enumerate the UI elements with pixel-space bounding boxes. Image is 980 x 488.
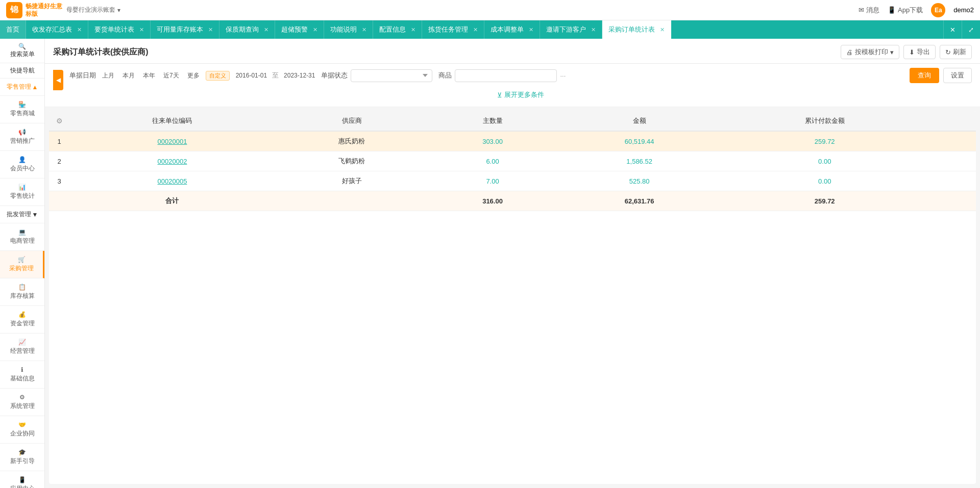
settings-button[interactable]: 设置 bbox=[943, 68, 972, 83]
cell-amount[interactable]: 60,519.44 bbox=[557, 131, 722, 151]
chevron-down-icon[interactable]: ▾ bbox=[117, 7, 120, 14]
table-body: 1 00020001 惠氏奶粉 303.00 60,519.44 259.72 … bbox=[49, 131, 976, 191]
cell-paid-amount[interactable]: 259.72 bbox=[722, 131, 927, 151]
goods-input[interactable] bbox=[455, 69, 557, 82]
refresh-button[interactable]: ↻ 刷新 bbox=[940, 45, 972, 59]
close-icon[interactable]: ✕ bbox=[313, 27, 317, 33]
tab-home[interactable]: 首页 bbox=[0, 20, 26, 39]
expand-more-button[interactable]: ⊻ 展开更多条件 bbox=[497, 87, 544, 102]
tab-shelf-life[interactable]: 保质期查询 ✕ bbox=[219, 20, 275, 39]
close-tab-button[interactable]: ✕ bbox=[943, 20, 962, 39]
close-icon[interactable]: ✕ bbox=[362, 27, 366, 33]
th-quantity: 主数量 bbox=[428, 111, 557, 131]
sidebar-item-quick-nav[interactable]: 快捷导航 bbox=[0, 63, 44, 79]
sidebar-item-retail-mall[interactable]: 🏪 零售商城 bbox=[0, 96, 44, 123]
refresh-icon: ↻ bbox=[945, 48, 951, 56]
sidebar-item-purchase-mgmt[interactable]: 🛒 采购管理 bbox=[0, 251, 44, 278]
sidebar-item-enterprise-collab[interactable]: 🤝 企业协同 bbox=[0, 416, 44, 444]
tab-over-stock[interactable]: 超储预警 ✕ bbox=[275, 20, 324, 39]
logo-icon: 锦 bbox=[6, 2, 22, 18]
tab-function-desc[interactable]: 功能说明 ✕ bbox=[324, 20, 373, 39]
main-layout: 🔍 搜索菜单 快捷导航 零售管理 ▲ 🏪 零售商城 📢 营销推广 👤 会员中心 … bbox=[0, 39, 980, 488]
print-button[interactable]: 🖨 按模板打印 ▾ bbox=[841, 45, 899, 59]
maximize-button[interactable]: ⤢ bbox=[962, 20, 980, 39]
date-to[interactable]: 2023-12-31 bbox=[284, 72, 315, 79]
sidebar-item-operations-mgmt[interactable]: 📈 经营管理 bbox=[0, 333, 44, 361]
close-icon[interactable]: ✕ bbox=[591, 27, 596, 33]
tab-available-stock[interactable]: 可用量库存账本 ✕ bbox=[151, 20, 219, 39]
sidebar-item-inventory-check[interactable]: 📋 库存核算 bbox=[0, 278, 44, 306]
gear-icon[interactable]: ⚙ bbox=[56, 117, 63, 125]
message-icon: ✉ bbox=[859, 6, 864, 14]
username[interactable]: demo2 bbox=[953, 6, 974, 14]
sidebar-item-fund-mgmt[interactable]: 💰 资金管理 bbox=[0, 306, 44, 333]
sidebar-item-member-center[interactable]: 👤 会员中心 bbox=[0, 151, 44, 178]
fund-icon: 💰 bbox=[18, 311, 26, 318]
message-button[interactable]: ✉ 消息 bbox=[859, 6, 879, 15]
cell-quantity[interactable]: 7.00 bbox=[428, 171, 557, 191]
date-more-button[interactable]: 更多 bbox=[184, 70, 203, 81]
tab-config-info[interactable]: 配置信息 ✕ bbox=[373, 20, 422, 39]
sidebar-item-new-guide[interactable]: 🎓 新手引导 bbox=[0, 444, 44, 471]
sidebar-item-marketing[interactable]: 📢 营销推广 bbox=[0, 123, 44, 151]
tab-picking-tasks[interactable]: 拣货任务管理 ✕ bbox=[422, 20, 484, 39]
app-download-button[interactable]: 📱 App下载 bbox=[888, 6, 923, 15]
more-icon[interactable]: ··· bbox=[560, 72, 566, 80]
footer-quantity: 316.00 bbox=[428, 191, 557, 211]
cell-amount[interactable]: 525.80 bbox=[557, 171, 722, 191]
query-button[interactable]: 查询 bbox=[910, 68, 939, 83]
th-paid-amount: 累计付款金额 bbox=[722, 111, 927, 131]
date-this-month-button[interactable]: 本月 bbox=[119, 70, 138, 81]
close-icon[interactable]: ✕ bbox=[473, 27, 478, 33]
ecommerce-icon: 💻 bbox=[18, 228, 26, 236]
date-last-month-button[interactable]: 上月 bbox=[99, 70, 117, 81]
sidebar-item-search[interactable]: 🔍 搜索菜单 bbox=[0, 39, 44, 63]
close-icon[interactable]: ✕ bbox=[139, 27, 144, 33]
sidebar-item-wholesale-mgmt[interactable]: 批发管理 ▼ bbox=[0, 206, 44, 223]
table-header: ⚙ 往来单位编码 供应商 主数量 金额 累计付款金额 bbox=[49, 111, 976, 131]
date-this-year-button[interactable]: 本年 bbox=[140, 70, 158, 81]
breadcrumb-text: 母婴行业演示账套 bbox=[66, 6, 115, 14]
table-row: 3 00020005 好孩子 7.00 525.80 0.00 bbox=[49, 171, 976, 191]
sidebar-item-basic-info[interactable]: ℹ 基础信息 bbox=[0, 361, 44, 389]
date-range-display: 2016-01-01 至 2023-12-31 bbox=[236, 71, 315, 80]
close-icon[interactable]: ✕ bbox=[660, 27, 665, 33]
tab-purchase-summary[interactable]: 采购订单统计表 ✕ bbox=[602, 20, 671, 39]
cell-unit-code[interactable]: 00020002 bbox=[69, 151, 275, 171]
sidebar-item-retail-stats[interactable]: 📊 零售统计 bbox=[0, 178, 44, 206]
cell-paid-amount[interactable]: 0.00 bbox=[722, 171, 927, 191]
cell-unit-code[interactable]: 00020005 bbox=[69, 171, 275, 191]
cell-quantity[interactable]: 6.00 bbox=[428, 151, 557, 171]
status-label: 单据状态 bbox=[321, 71, 348, 80]
date-from[interactable]: 2016-01-01 bbox=[236, 72, 267, 79]
close-icon[interactable]: ✕ bbox=[264, 27, 268, 33]
close-icon[interactable]: ✕ bbox=[77, 27, 82, 33]
purchase-icon: 🛒 bbox=[18, 256, 26, 263]
sidebar-item-ecommerce-mgmt[interactable]: 💻 电商管理 bbox=[0, 223, 44, 251]
retail-mall-icon: 🏪 bbox=[18, 101, 26, 108]
download-icon: 📱 bbox=[888, 6, 896, 14]
cell-paid-amount[interactable]: 0.00 bbox=[722, 151, 927, 171]
export-button[interactable]: ⬇ 导出 bbox=[903, 45, 936, 59]
sidebar-item-app-center[interactable]: 📱 应用中心 bbox=[0, 471, 44, 488]
tab-receive-summary[interactable]: 收发存汇总表 ✕ bbox=[26, 20, 88, 39]
cell-quantity[interactable]: 303.00 bbox=[428, 131, 557, 151]
sidebar-item-retail-mgmt[interactable]: 零售管理 ▲ bbox=[0, 79, 44, 96]
tab-cost-adjust[interactable]: 成本调整单 ✕ bbox=[484, 20, 540, 39]
close-icon[interactable]: ✕ bbox=[411, 27, 415, 33]
date-7days-button[interactable]: 近7天 bbox=[160, 70, 182, 81]
sidebar-collapse-button[interactable]: ◀ bbox=[53, 70, 63, 90]
avatar[interactable]: Ea bbox=[931, 3, 945, 17]
footer-paid-amount: 259.72 bbox=[722, 191, 927, 211]
status-filter: 单据状态 bbox=[321, 69, 432, 82]
close-icon[interactable]: ✕ bbox=[529, 27, 533, 33]
close-icon[interactable]: ✕ bbox=[208, 27, 213, 33]
tab-required-goods[interactable]: 要货单统计表 ✕ bbox=[88, 20, 151, 39]
cell-amount[interactable]: 1,586.52 bbox=[557, 151, 722, 171]
cell-unit-code[interactable]: 00020001 bbox=[69, 131, 275, 151]
tab-invite-downstream[interactable]: 邀请下游客户 ✕ bbox=[540, 20, 602, 39]
sidebar-item-system-mgmt[interactable]: ⚙ 系统管理 bbox=[0, 389, 44, 416]
custom-date-tag[interactable]: 自定义 bbox=[206, 71, 230, 81]
top-bar-right: ✉ 消息 📱 App下载 Ea demo2 bbox=[859, 3, 974, 17]
status-select[interactable] bbox=[351, 69, 432, 82]
